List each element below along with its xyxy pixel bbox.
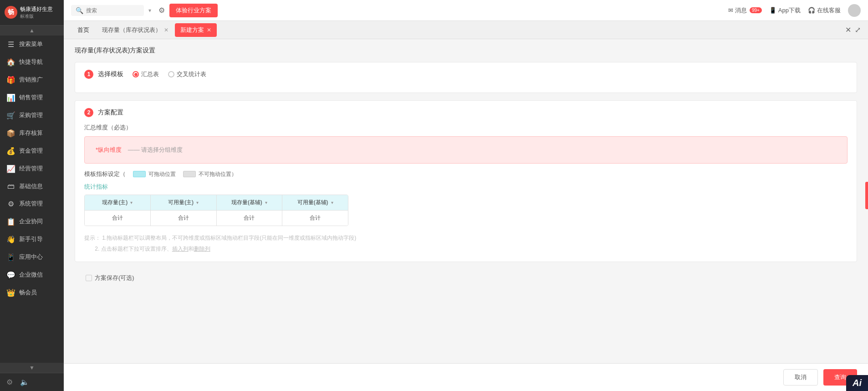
save-checkbox[interactable] (86, 275, 92, 281)
sidebar-item-sales[interactable]: 📊 销售管理 (0, 89, 64, 107)
stats-body-col-3-value: 合计 (217, 211, 282, 226)
top-bar-left: 🔍 ▾ ⚙ 体验行业方案 (71, 4, 218, 17)
sidebar-item-base-info[interactable]: 🗃 基础信息 (0, 178, 64, 195)
tab-new-scheme-close-icon[interactable]: ✕ (207, 27, 211, 33)
step1-header: 1 选择模板 汇总表 交叉统计表 (84, 70, 848, 79)
message-button[interactable]: ✉ 消息 99+ (728, 6, 762, 15)
sidebar-item-contract[interactable]: 📋 企业协同 (0, 213, 64, 231)
tab-new-scheme[interactable]: 新建方案 ✕ (175, 23, 217, 37)
online-service-button[interactable]: 🎧 在线客服 (808, 6, 841, 15)
sidebar-item-finance[interactable]: 💰 资金管理 (0, 142, 64, 160)
stats-body-col-2: 合计 (151, 211, 217, 226)
sidebar-item-label: 畅会员 (19, 288, 37, 297)
sidebar-item-quick-nav[interactable]: 🏠 快捷导航 (0, 53, 64, 71)
mobile-icon: 📱 (769, 7, 776, 14)
sidebar-scroll-down[interactable]: ▼ (0, 363, 64, 373)
stats-body-col-1-value: 合计 (85, 211, 150, 226)
member-icon: 👑 (6, 288, 15, 297)
non-draggable-box (183, 171, 196, 177)
non-draggable-label: 不可拖动位置） (199, 170, 237, 178)
sidebar-bottom: ⚙ 🔈 (0, 373, 64, 391)
sidebar-item-inventory[interactable]: 📦 库存核算 (0, 124, 64, 142)
save-checkbox-label[interactable]: 方案保存(可选) (86, 274, 846, 282)
stats-col-2-label: 可用量(主) (168, 199, 194, 206)
radio-cross[interactable]: 交叉统计表 (168, 70, 206, 78)
home-icon: 🏠 (6, 58, 15, 67)
search-box[interactable]: 🔍 (71, 5, 144, 16)
sidebar-item-search-menu[interactable]: ☰ 搜索菜单 (0, 36, 64, 53)
settings-bottom-icon[interactable]: ⚙ (6, 378, 13, 386)
stats-col-4: 可用量(基辅) ▾ (282, 195, 348, 211)
database-icon: 🗃 (6, 182, 15, 190)
app-version: 标准版 (20, 13, 53, 20)
sidebar-item-label: 营销推广 (19, 76, 43, 84)
sidebar-item-app-center[interactable]: 📱 应用中心 (0, 248, 64, 266)
sidebar-item-label: 快捷导航 (19, 58, 43, 66)
newbie-icon: 👋 (6, 235, 15, 244)
volume-icon[interactable]: 🔈 (20, 378, 29, 386)
stats-col-3: 现存量(基辅) ▾ (217, 195, 283, 211)
radio-cross-dot (168, 71, 174, 77)
app-download-button[interactable]: 📱 App下载 (769, 6, 801, 15)
sidebar-item-label: 搜索菜单 (19, 40, 43, 48)
stats-col-3-label: 现存量(基辅) (231, 199, 262, 206)
tip-1: 提示： 1.拖动标题栏可以调整布局，不可跨维度或指标区域拖动栏目字段(只能在同一… (84, 232, 848, 243)
sidebar-item-operations[interactable]: 📈 经营管理 (0, 160, 64, 178)
sidebar-item-newbie[interactable]: 👋 新手引导 (0, 231, 64, 248)
user-avatar[interactable] (848, 4, 861, 17)
stats-table-body: 合计 合计 合计 合计 (85, 211, 348, 226)
tab-inventory-label: 现存量（库存状况表） (102, 26, 161, 34)
search-input[interactable] (86, 7, 139, 14)
tip-2: 2. 点击标题栏下拉可设置排序、插入列和删除列 (84, 243, 848, 254)
tab-home-label: 首页 (77, 26, 89, 34)
stats-col-1: 现存量(主) ▾ (85, 195, 151, 211)
sidebar: 畅 畅康通好生意 标准版 ▲ ☰ 搜索菜单 🏠 快捷导航 🎁 营销推广 📊 销售… (0, 0, 64, 391)
tip-delete-link: 删除列 (194, 246, 210, 252)
trial-button[interactable]: 体验行业方案 (169, 4, 218, 17)
radio-cross-label: 交叉统计表 (177, 70, 206, 78)
dimension-area[interactable]: *纵向维度 —— 请选择分组维度 (84, 136, 848, 164)
stats-col-2-dropdown[interactable]: ▾ (196, 200, 199, 205)
sidebar-item-label: 基础信息 (19, 182, 43, 190)
sidebar-item-member[interactable]: 👑 畅会员 (0, 284, 64, 302)
indicator-legend: 模板指标设定（ 可拖动位置 不可拖动位置） (84, 170, 848, 178)
close-tab-action-button[interactable]: ✕ (845, 26, 851, 34)
gear-icon[interactable]: ⚙ (158, 6, 165, 15)
sidebar-item-label: 新手引导 (19, 235, 43, 243)
cancel-button[interactable]: 取消 (783, 369, 818, 386)
bottom-bar: 取消 查询 (64, 363, 868, 391)
chevron-down-icon[interactable]: ▾ (148, 7, 151, 14)
contract-icon: 📋 (6, 217, 15, 226)
sidebar-item-label: 企业微信 (19, 271, 43, 279)
content-area: 现存量(库存状况表)方案设置 1 选择模板 汇总表 交叉统计表 (64, 39, 868, 363)
stats-col-3-dropdown[interactable]: ▾ (265, 200, 267, 205)
tab-inventory-close-icon[interactable]: ✕ (164, 27, 168, 33)
radio-summary[interactable]: 汇总表 (133, 70, 159, 78)
expand-tab-action-button[interactable]: ⤢ (855, 26, 861, 34)
tab-actions: ✕ ⤢ (845, 26, 861, 34)
sidebar-item-purchase[interactable]: 🛒 采购管理 (0, 107, 64, 124)
step2-header: 2 方案配置 (84, 108, 848, 117)
sidebar-scroll-up[interactable]: ▲ (0, 26, 64, 36)
system-icon: ⚙ (6, 200, 15, 208)
sidebar-item-label: 采购管理 (19, 111, 43, 119)
stats-col-4-dropdown[interactable]: ▾ (331, 200, 333, 205)
stats-col-4-label: 可用量(基辅) (297, 199, 328, 206)
sidebar-item-marketing[interactable]: 🎁 营销推广 (0, 71, 64, 89)
tab-inventory-status[interactable]: 现存量（库存状况表） ✕ (96, 22, 175, 38)
stats-col-3-header: 现存量(基辅) ▾ (217, 195, 282, 211)
sidebar-item-system[interactable]: ⚙ 系统管理 (0, 195, 64, 213)
sidebar-menu: ☰ 搜索菜单 🏠 快捷导航 🎁 营销推广 📊 销售管理 🛒 采购管理 📦 库存核… (0, 36, 64, 363)
sidebar-item-wechat[interactable]: 💬 企业微信 (0, 266, 64, 284)
step2-section: 2 方案配置 汇总维度（必选） *纵向维度 —— 请选择分组维度 模板指标设定（… (75, 100, 857, 262)
content-footer: 方案保存(可选) (75, 269, 857, 282)
tab-home[interactable]: 首页 (71, 22, 96, 38)
scroll-indicator (865, 182, 868, 209)
stats-col-1-dropdown[interactable]: ▾ (130, 200, 133, 205)
main-area: 🔍 ▾ ⚙ 体验行业方案 ✉ 消息 99+ 📱 App下载 🎧 在线客服 (64, 0, 868, 391)
indicator-label: 模板指标设定（ (84, 170, 126, 178)
ai-float-button[interactable]: Ai (846, 375, 868, 391)
save-label: 方案保存(可选) (95, 274, 134, 282)
tip-insert-link: 插入列 (172, 246, 189, 252)
stats-body-col-3: 合计 (217, 211, 283, 226)
